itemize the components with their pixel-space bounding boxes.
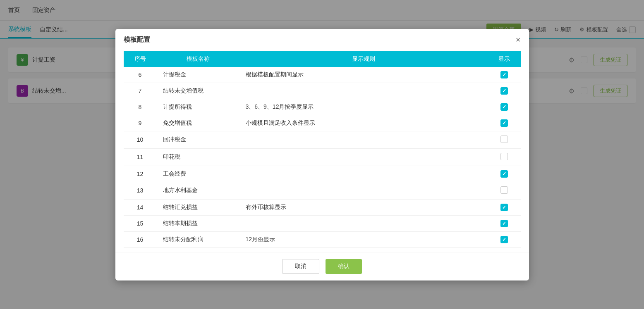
row-name: 结转未分配利润 bbox=[157, 231, 239, 247]
table-row: 11印花税 bbox=[124, 148, 521, 166]
row-name: 免交增值税 bbox=[157, 115, 239, 131]
col-header-show: 显示 bbox=[488, 51, 521, 67]
row-rule bbox=[239, 215, 488, 231]
row-seq: 9 bbox=[124, 115, 157, 131]
row-checkbox[interactable] bbox=[500, 153, 508, 160]
row-checkbox-cell bbox=[488, 231, 521, 247]
row-seq: 7 bbox=[124, 83, 157, 99]
row-checkbox[interactable] bbox=[500, 170, 508, 178]
row-checkbox-cell bbox=[488, 83, 521, 99]
table-header: 序号 模板名称 显示规则 显示 bbox=[124, 51, 521, 67]
row-seq: 10 bbox=[124, 131, 157, 148]
table-row: 12工会经费 bbox=[124, 166, 521, 182]
row-checkbox[interactable] bbox=[500, 71, 508, 78]
row-rule: 有外币核算显示 bbox=[239, 199, 488, 215]
row-rule bbox=[239, 83, 488, 99]
row-rule: 小规模且满足收入条件显示 bbox=[239, 115, 488, 131]
row-checkbox[interactable] bbox=[500, 119, 508, 127]
row-name: 计提所得税 bbox=[157, 99, 239, 115]
col-header-rule: 显示规则 bbox=[239, 51, 488, 67]
row-checkbox[interactable] bbox=[500, 135, 508, 143]
row-seq: 14 bbox=[124, 199, 157, 215]
confirm-button[interactable]: 确认 bbox=[326, 259, 362, 274]
row-rule bbox=[239, 166, 488, 182]
modal-body: 序号 模板名称 显示规则 显示 6计提税金根据模板配置期间显示7结转未交增值税8… bbox=[115, 51, 529, 252]
row-checkbox-cell bbox=[488, 148, 521, 166]
table-row: 10回冲税金 bbox=[124, 131, 521, 148]
row-checkbox[interactable] bbox=[500, 236, 508, 243]
row-seq: 8 bbox=[124, 99, 157, 115]
row-seq: 6 bbox=[124, 67, 157, 83]
row-checkbox-cell bbox=[488, 166, 521, 182]
row-rule bbox=[239, 148, 488, 166]
config-table: 序号 模板名称 显示规则 显示 6计提税金根据模板配置期间显示7结转未交增值税8… bbox=[124, 51, 521, 248]
modal-header: 模板配置 × bbox=[115, 29, 529, 51]
row-name: 印花税 bbox=[157, 148, 239, 166]
modal-close-button[interactable]: × bbox=[516, 36, 521, 44]
row-checkbox[interactable] bbox=[500, 204, 508, 211]
row-seq: 15 bbox=[124, 215, 157, 231]
row-seq: 13 bbox=[124, 182, 157, 199]
row-name: 结转汇兑损益 bbox=[157, 199, 239, 215]
row-name: 结转未交增值税 bbox=[157, 83, 239, 99]
modal-footer: 取消 确认 bbox=[115, 252, 529, 280]
table-row: 16结转未分配利润12月份显示 bbox=[124, 231, 521, 247]
table-row: 6计提税金根据模板配置期间显示 bbox=[124, 67, 521, 83]
row-rule: 根据模板配置期间显示 bbox=[239, 67, 488, 83]
cancel-button[interactable]: 取消 bbox=[282, 259, 319, 274]
row-checkbox[interactable] bbox=[500, 186, 508, 194]
col-header-seq: 序号 bbox=[124, 51, 157, 67]
row-checkbox-cell bbox=[488, 215, 521, 231]
row-checkbox[interactable] bbox=[500, 87, 508, 95]
row-rule bbox=[239, 182, 488, 199]
table-row: 9免交增值税小规模且满足收入条件显示 bbox=[124, 115, 521, 131]
row-checkbox-cell bbox=[488, 131, 521, 148]
row-seq: 11 bbox=[124, 148, 157, 166]
row-name: 计提税金 bbox=[157, 67, 239, 83]
table-row: 7结转未交增值税 bbox=[124, 83, 521, 99]
table-row: 15结转本期损益 bbox=[124, 215, 521, 231]
table-row: 14结转汇兑损益有外币核算显示 bbox=[124, 199, 521, 215]
row-seq: 12 bbox=[124, 166, 157, 182]
modal-overlay: 模板配置 × 序号 模板名称 显示规则 显示 6计提税金根据模板配置期间显示7结… bbox=[0, 0, 644, 309]
table-row: 8计提所得税3、6、9、12月按季度显示 bbox=[124, 99, 521, 115]
row-seq: 16 bbox=[124, 231, 157, 247]
row-rule: 3、6、9、12月按季度显示 bbox=[239, 99, 488, 115]
row-checkbox-cell bbox=[488, 67, 521, 83]
row-rule bbox=[239, 131, 488, 148]
modal-title: 模板配置 bbox=[124, 36, 150, 44]
row-name: 地方水利基金 bbox=[157, 182, 239, 199]
row-checkbox-cell bbox=[488, 199, 521, 215]
row-name: 回冲税金 bbox=[157, 131, 239, 148]
row-name: 工会经费 bbox=[157, 166, 239, 182]
table-row: 13地方水利基金 bbox=[124, 182, 521, 199]
table-body: 6计提税金根据模板配置期间显示7结转未交增值税8计提所得税3、6、9、12月按季… bbox=[124, 67, 521, 248]
row-rule: 12月份显示 bbox=[239, 231, 488, 247]
row-checkbox-cell bbox=[488, 182, 521, 199]
row-checkbox[interactable] bbox=[500, 103, 508, 111]
row-checkbox-cell bbox=[488, 99, 521, 115]
modal-template-config: 模板配置 × 序号 模板名称 显示规则 显示 6计提税金根据模板配置期间显示7结… bbox=[115, 29, 529, 280]
col-header-name: 模板名称 bbox=[157, 51, 239, 67]
row-checkbox-cell bbox=[488, 115, 521, 131]
row-checkbox[interactable] bbox=[500, 220, 508, 227]
row-name: 结转本期损益 bbox=[157, 215, 239, 231]
